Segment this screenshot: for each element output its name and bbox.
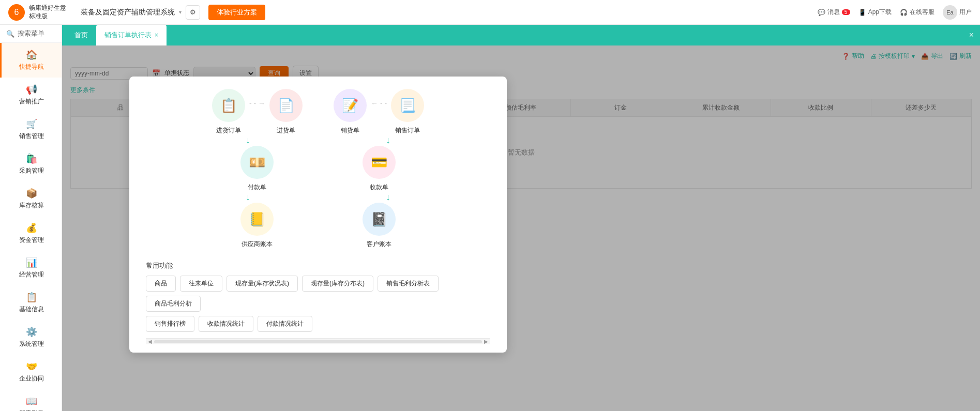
- scroll-left-button[interactable]: ◀: [148, 339, 152, 344]
- quick-nav-icon: 🏠: [26, 49, 37, 60]
- flow-row-customer: 📓 客户账本: [363, 203, 396, 249]
- v-arrow-supplier: ↓: [246, 192, 250, 203]
- common-func-button[interactable]: 付款情况统计: [258, 316, 312, 332]
- sidebar-item-basic-info[interactable]: 📋 基础信息: [0, 285, 62, 320]
- payment-icon: 💴: [240, 146, 274, 179]
- message-button[interactable]: 💬 消息 5: [818, 8, 850, 17]
- flow-item-sales-slip[interactable]: 📝 销货单: [334, 89, 367, 135]
- logo-text: 畅康通好生意 标准版: [29, 4, 66, 20]
- flow-item-payment[interactable]: 💴 付款单: [240, 146, 274, 192]
- system-name: 装备及固定资产辅助管理系统: [81, 8, 175, 17]
- top-header: 6 畅康通好生意 标准版 装备及固定资产辅助管理系统 ▾ ⚙ 体验行业方案 💬 …: [0, 0, 980, 25]
- online-service-button[interactable]: 🎧 在线客服: [900, 8, 934, 17]
- common-func-button[interactable]: 销售排行榜: [146, 316, 194, 332]
- v-arrow-receipt: ↓: [386, 135, 390, 146]
- phone-icon: 📱: [858, 9, 866, 16]
- flow-row-supplier: 📒 供应商账本: [240, 203, 274, 249]
- common-func-button[interactable]: 商品毛利分析: [146, 296, 201, 312]
- flow-item-receipt[interactable]: 💳 收款单: [363, 146, 396, 192]
- flow-item-customer-ledger[interactable]: 📓 客户账本: [363, 203, 396, 249]
- flow-item-purchase-order[interactable]: 📋 进货订单: [212, 89, 245, 135]
- common-func-button[interactable]: 现存量(库存分布表): [302, 276, 373, 292]
- sidebar-item-finance[interactable]: 💰 资金管理: [0, 216, 62, 251]
- payment-label: 付款单: [248, 183, 266, 192]
- sidebar-item-purchase[interactable]: 🛍️ 采购管理: [0, 147, 62, 181]
- sidebar-item-marketing[interactable]: 📢 营销推广: [0, 78, 62, 112]
- customer-ledger-icon: 📓: [363, 203, 396, 236]
- app-download-label: App下载: [868, 8, 892, 17]
- sidebar-item-quick-nav[interactable]: 🏠 快捷导航: [0, 43, 62, 78]
- operations-icon: 📊: [26, 257, 37, 268]
- h-arrow-1: - - →: [245, 89, 269, 108]
- common-func-button[interactable]: 商品: [146, 276, 176, 292]
- app-download-button[interactable]: 📱 App下载: [858, 8, 892, 17]
- quick-guide-popup: 📋 进货订单 - - → 📄 进货单: [129, 77, 507, 353]
- flow-col-left: 📋 进货订单 - - → 📄 进货单: [212, 89, 303, 249]
- flow-row-bottom-left: 💴 付款单: [240, 146, 274, 192]
- sidebar-item-system[interactable]: ⚙️ 系统管理: [0, 320, 62, 355]
- basic-info-label: 基础信息: [19, 305, 44, 314]
- avatar-text: Ea: [946, 9, 953, 16]
- tab-close-right-button[interactable]: ×: [967, 28, 976, 42]
- flow-item-purchase-slip[interactable]: 📄 进货单: [269, 89, 303, 135]
- tab-close-icon[interactable]: ×: [155, 32, 158, 39]
- sales-label: 销售管理: [19, 132, 44, 141]
- common-func-button[interactable]: 现存量(库存状况表): [227, 276, 298, 292]
- experience-button[interactable]: 体验行业方案: [208, 5, 265, 20]
- search-label: 搜索菜单: [18, 29, 44, 38]
- marketing-label: 营销推广: [19, 97, 44, 106]
- flow-item-supplier-ledger[interactable]: 📒 供应商账本: [240, 203, 274, 249]
- main-content: 首页 销售订单执行表 × × ❓ 帮助 🖨 按模板打印: [62, 25, 980, 411]
- purchase-order-label: 进货订单: [216, 126, 241, 135]
- flow-row-receipt: 💳 收款单: [363, 146, 396, 192]
- common-buttons-row1: 商品往来单位现存量(库存状况表)现存量(库存分布表)销售毛利分析表商品毛利分析: [146, 276, 490, 312]
- system-label: 系统管理: [19, 340, 44, 348]
- common-func-button[interactable]: 销售毛利分析表: [378, 276, 439, 292]
- tab-bar: 首页 销售订单执行表 × ×: [62, 25, 980, 45]
- common-title: 常用功能: [146, 261, 490, 270]
- dropdown-arrow-icon: ▾: [179, 9, 182, 15]
- flow-col-right: 📝 销货单 ← - - 📃 销售订单: [334, 89, 424, 249]
- online-service-label: 在线客服: [910, 8, 934, 17]
- enterprise-label: 企业协同: [19, 374, 44, 383]
- scroll-right-button[interactable]: ▶: [484, 339, 488, 344]
- message-icon: 💬: [818, 9, 825, 16]
- tab-home[interactable]: 首页: [66, 25, 96, 45]
- customer-ledger-label: 客户账本: [367, 240, 391, 249]
- flow-item-sales-order[interactable]: 📃 销售订单: [391, 89, 424, 135]
- user-area[interactable]: Ea 用户: [943, 5, 972, 20]
- sidebar-search[interactable]: 🔍 搜索菜单: [0, 25, 62, 43]
- sidebar-item-operations[interactable]: 📊 经营管理: [0, 251, 62, 285]
- settings-button[interactable]: ⚙: [186, 5, 200, 20]
- supplier-ledger-label: 供应商账本: [242, 240, 273, 249]
- supplier-ledger-icon: 📒: [240, 203, 274, 236]
- sidebar-item-enterprise[interactable]: 🤝 企业协同: [0, 355, 62, 389]
- sales-slip-icon: 📝: [334, 89, 367, 122]
- common-func-button[interactable]: 往来单位: [180, 276, 222, 292]
- common-buttons-row2: 销售排行榜收款情况统计付款情况统计: [146, 316, 490, 332]
- h-arrow-2: ← - -: [367, 89, 391, 108]
- common-func-button[interactable]: 收款情况统计: [199, 316, 253, 332]
- finance-label: 资金管理: [19, 236, 44, 245]
- marketing-icon: 📢: [26, 84, 37, 95]
- sidebar-item-inventory[interactable]: 📦 库存核算: [0, 181, 62, 216]
- common-functions-section: 常用功能 商品往来单位现存量(库存状况表)现存量(库存分布表)销售毛利分析表商品…: [146, 261, 490, 332]
- brand-line2: 标准版: [29, 12, 66, 21]
- inventory-icon: 📦: [26, 188, 37, 199]
- sidebar-item-sales[interactable]: 🛒 销售管理: [0, 112, 62, 147]
- sidebar-item-guide[interactable]: 📖 新手引导: [0, 389, 62, 411]
- scroll-bar[interactable]: [154, 340, 482, 343]
- sales-order-label: 销售订单: [395, 126, 420, 135]
- purchase-slip-label: 进货单: [277, 126, 295, 135]
- message-badge: 5: [842, 9, 850, 15]
- system-icon: ⚙️: [26, 326, 37, 338]
- operations-label: 经营管理: [19, 270, 44, 279]
- scroll-area: ◀ ▶: [146, 338, 490, 344]
- purchase-icon: 🛍️: [26, 153, 37, 164]
- search-icon: 🔍: [6, 30, 14, 38]
- v-arrow-customer: ↓: [386, 192, 390, 203]
- user-label: 用户: [959, 8, 972, 17]
- receipt-icon: 💳: [363, 146, 396, 179]
- guide-label: 新手引导: [19, 409, 44, 411]
- tab-sales-order[interactable]: 销售订单执行表 ×: [96, 25, 167, 45]
